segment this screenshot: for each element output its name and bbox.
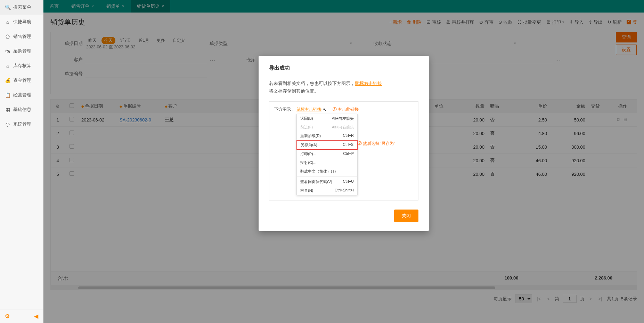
context-menu-item: 打印(P)...Ctrl+P <box>297 150 357 158</box>
grid-icon: ▦ <box>5 107 10 112</box>
clipboard-icon: 📋 <box>5 92 10 98</box>
context-menu-item: 前进(F)Alt+向右箭头 <box>297 123 357 132</box>
step-2-label: ② 然后选择"另存为" <box>358 141 395 147</box>
money-icon: 💰 <box>5 78 10 83</box>
sidebar-label: 采购管理 <box>13 48 31 54</box>
export-success-modal: 导出成功 若未看到相关文档，您也可以按下方图示，鼠标右击链接 将文档存储到其他位… <box>259 56 429 231</box>
step-1-label: ① 右击此链接 <box>333 107 359 112</box>
sidebar-label: 快捷导航 <box>13 19 31 25</box>
context-menu-item: 重新加载(R)Ctrl+R <box>297 132 357 140</box>
sidebar-label: 资金管理 <box>13 77 31 84</box>
cursor-icon: ↖ <box>323 107 326 112</box>
home-icon: ⌂ <box>5 19 10 25</box>
sidebar: 🔍搜索菜单 ⌂快捷导航 ⬠销售管理 🛍采购管理 ⌂库存核算 💰资金管理 📋经营管… <box>0 0 43 323</box>
context-menu-item: 返回(B)Alt+向左箭头 <box>297 114 357 123</box>
tag-icon: ⬠ <box>5 34 10 39</box>
sidebar-purchase[interactable]: 🛍采购管理 <box>0 44 43 58</box>
house-icon: ⌂ <box>5 63 10 69</box>
close-button[interactable]: 关闭 <box>394 210 418 222</box>
context-menu-item: 另存为(A)...Ctrl+S② 然后选择"另存为" <box>296 140 358 150</box>
sidebar-footer: ⚙ ◀ <box>0 309 43 323</box>
sidebar-label: 经营管理 <box>13 92 31 98</box>
settings-icon[interactable]: ⚙ <box>5 313 10 320</box>
sidebar-system[interactable]: ◌系统管理 <box>0 117 43 132</box>
sidebar-inventory[interactable]: ⌂库存核算 <box>0 58 43 73</box>
modal-overlay[interactable]: 导出成功 若未看到相关文档，您也可以按下方图示，鼠标右击链接 将文档存储到其他位… <box>43 0 644 323</box>
context-menu-item: 检查(N)Ctrl+Shift+I <box>297 186 357 195</box>
modal-text: 若未看到相关文档，您也可以按下方图示，鼠标右击链接 将文档存储到其他位置。 <box>269 80 418 95</box>
bag-icon: 🛍 <box>5 48 10 54</box>
sidebar-label: 系统管理 <box>13 121 31 127</box>
search-icon: 🔍 <box>5 5 10 10</box>
context-menu-illustration: 返回(B)Alt+向左箭头前进(F)Alt+向右箭头重新加载(R)Ctrl+R另… <box>296 114 358 195</box>
gear-icon: ◌ <box>5 121 10 127</box>
sidebar-label: 基础信息 <box>13 107 31 113</box>
sidebar-label: 库存核算 <box>13 63 31 69</box>
sidebar-label: 销售管理 <box>13 33 31 40</box>
context-menu-item: 投射(C)... <box>297 158 357 167</box>
collapse-icon[interactable]: ◀ <box>34 313 38 320</box>
sidebar-business[interactable]: 📋经营管理 <box>0 88 43 102</box>
context-menu-item: 查看网页源代码(V)Ctrl+U <box>297 178 357 186</box>
modal-title: 导出成功 <box>269 65 418 71</box>
instruction-diagram: 下方图示， 鼠标右击链接 ↖ ① 右击此链接 返回(B)Alt+向左箭头前进(F… <box>269 101 418 200</box>
sidebar-label: 搜索菜单 <box>13 4 31 10</box>
sidebar-search[interactable]: 🔍搜索菜单 <box>0 0 43 15</box>
context-menu-item: 翻成中文（简体）(T) <box>297 167 357 176</box>
sidebar-quicknav[interactable]: ⌂快捷导航 <box>0 15 43 29</box>
sidebar-sales[interactable]: ⬠销售管理 <box>0 29 43 44</box>
right-click-link[interactable]: 鼠标右击链接 <box>355 81 382 86</box>
sidebar-base[interactable]: ▦基础信息 <box>0 102 43 117</box>
diagram-link: 鼠标右击链接 <box>296 107 321 112</box>
sidebar-funds[interactable]: 💰资金管理 <box>0 73 43 88</box>
